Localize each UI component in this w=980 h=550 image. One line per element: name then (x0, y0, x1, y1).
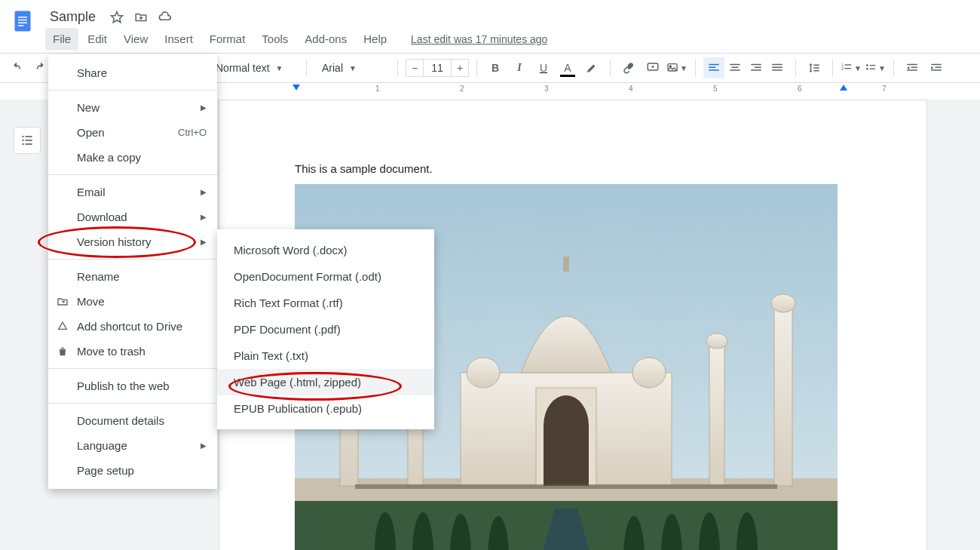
font-size-value[interactable]: 11 (424, 59, 451, 77)
ruler-right-marker[interactable] (840, 84, 847, 91)
menu-addons[interactable]: Add-ons (297, 28, 354, 50)
file-menu-publish[interactable]: Publish to the web (48, 373, 217, 398)
file-menu-email[interactable]: Email▶ (48, 180, 217, 204)
add-comment-button[interactable] (642, 57, 663, 78)
keyboard-shortcut: Ctrl+O (178, 127, 207, 138)
svg-rect-1 (18, 17, 27, 18)
increase-font-button[interactable]: + (451, 59, 469, 77)
menu-view[interactable]: View (116, 28, 155, 50)
file-menu-add-shortcut[interactable]: Add shortcut to Drive (48, 314, 217, 339)
undo-button[interactable] (6, 57, 27, 78)
file-menu-document-details[interactable]: Document details (48, 408, 217, 433)
download-txt[interactable]: Plain Text (.txt) (217, 343, 434, 369)
file-menu-open[interactable]: OpenCtrl+O (48, 120, 217, 145)
docs-logo[interactable] (8, 6, 38, 36)
chevron-down-icon: ▼ (878, 64, 886, 72)
move-icon (56, 295, 69, 309)
file-menu-version-history[interactable]: Version history▶ (48, 229, 217, 254)
file-menu-new[interactable]: New▶ (48, 95, 217, 120)
numbered-list-button[interactable]: 12 ▼ (841, 57, 862, 78)
star-icon[interactable] (109, 10, 124, 25)
svg-rect-41 (26, 140, 32, 141)
increase-indent-button[interactable] (926, 57, 947, 78)
file-menu-share[interactable]: Share (48, 60, 217, 85)
file-menu-download[interactable]: Download▶ (48, 204, 217, 229)
file-menu-move-to-trash[interactable]: Move to trash (48, 339, 217, 364)
decrease-font-button[interactable]: − (406, 59, 424, 77)
toolbar-divider (695, 60, 696, 76)
bold-button[interactable]: B (485, 57, 506, 78)
menu-help[interactable]: Help (356, 28, 394, 50)
menu-separator (48, 368, 217, 369)
text-color-button[interactable]: A (557, 57, 578, 78)
ruler-tick: 3 (544, 84, 549, 93)
download-html[interactable]: Web Page (.html, zipped) (217, 369, 434, 395)
move-folder-icon[interactable] (133, 10, 149, 25)
chevron-down-icon: ▼ (680, 64, 688, 72)
chevron-right-icon: ▶ (201, 238, 207, 246)
file-menu-language[interactable]: Language▶ (48, 433, 217, 458)
underline-button[interactable]: U (533, 57, 554, 78)
svg-rect-0 (15, 11, 31, 32)
file-menu-rename[interactable]: Rename (48, 264, 217, 289)
svg-rect-40 (22, 140, 24, 141)
document-outline-button[interactable] (14, 127, 41, 154)
bulleted-list-button[interactable]: ▼ (865, 57, 886, 78)
chevron-down-icon: ▼ (276, 64, 283, 72)
align-left-button[interactable] (703, 57, 724, 78)
svg-rect-50 (774, 305, 792, 486)
svg-rect-23 (813, 70, 819, 72)
download-pdf[interactable]: PDF Document (.pdf) (217, 316, 434, 343)
chevron-right-icon: ▶ (201, 213, 207, 221)
highlight-color-button[interactable] (581, 57, 602, 78)
last-edit-link[interactable]: Last edit was 17 minutes ago (411, 33, 547, 45)
paragraph-style-select[interactable]: Normal text ▼ (208, 62, 299, 74)
document-text-line[interactable]: This is a sample document. (295, 162, 851, 175)
svg-rect-31 (870, 69, 875, 69)
document-title[interactable]: Sample (45, 9, 100, 25)
menubar: File Edit View Insert Format Tools Add-o… (45, 28, 972, 50)
italic-button[interactable]: I (509, 57, 530, 78)
download-docx[interactable]: Microsoft Word (.docx) (217, 237, 434, 263)
file-menu-page-setup[interactable]: Page setup (48, 458, 217, 483)
file-menu-make-copy[interactable]: Make a copy (48, 145, 217, 170)
svg-rect-10 (709, 67, 715, 69)
svg-point-28 (866, 64, 868, 66)
align-center-button[interactable] (724, 57, 746, 78)
svg-rect-22 (813, 67, 819, 69)
svg-rect-13 (732, 67, 739, 69)
svg-rect-32 (907, 64, 917, 66)
svg-rect-42 (22, 143, 24, 145)
chevron-down-icon: ▼ (349, 64, 357, 72)
align-justify-button[interactable] (767, 57, 788, 78)
decrease-indent-button[interactable] (902, 57, 923, 78)
toolbar-divider (397, 60, 398, 76)
insert-link-button[interactable] (618, 57, 639, 78)
download-submenu: Microsoft Word (.docx) OpenDocument Form… (217, 229, 434, 429)
svg-rect-34 (907, 69, 917, 71)
line-spacing-button[interactable] (804, 57, 825, 78)
download-odt[interactable]: OpenDocument Format (.odt) (217, 263, 434, 290)
font-family-select[interactable]: Arial ▼ (314, 62, 390, 74)
menu-insert[interactable]: Insert (157, 28, 201, 50)
svg-rect-14 (730, 69, 740, 71)
menu-separator (48, 90, 217, 91)
align-right-button[interactable] (746, 57, 767, 78)
insert-image-button[interactable]: ▼ (666, 57, 688, 78)
file-menu-move[interactable]: Move (48, 289, 217, 314)
toolbar-divider (832, 60, 833, 76)
menu-tools[interactable]: Tools (254, 28, 296, 50)
menu-format[interactable]: Format (202, 28, 253, 50)
svg-rect-30 (870, 65, 875, 66)
menu-edit[interactable]: Edit (80, 28, 115, 50)
download-rtf[interactable]: Rich Text Format (.rtf) (217, 290, 434, 316)
download-epub[interactable]: EPUB Publication (.epub) (217, 395, 434, 422)
menu-file[interactable]: File (45, 28, 78, 50)
cloud-status-icon[interactable] (158, 10, 173, 25)
svg-rect-38 (22, 136, 24, 137)
menu-separator (48, 403, 217, 404)
svg-rect-37 (931, 69, 942, 71)
svg-rect-35 (931, 64, 942, 66)
ruler-tick: 2 (460, 84, 464, 93)
ruler-left-marker[interactable] (292, 84, 300, 91)
